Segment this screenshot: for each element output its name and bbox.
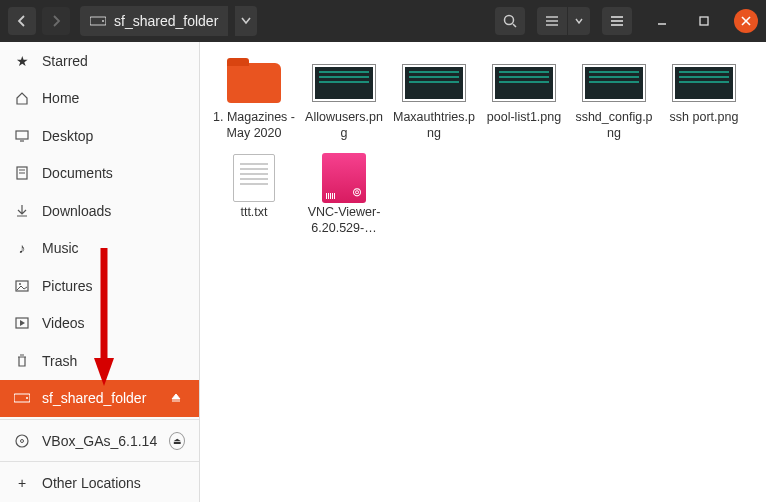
svg-point-1 <box>102 20 104 22</box>
maximize-button[interactable] <box>692 9 716 33</box>
sidebar-item-starred[interactable]: ★Starred <box>0 42 199 80</box>
svg-rect-11 <box>700 17 708 25</box>
sidebar-item-label: Starred <box>42 53 88 69</box>
sidebar-item-label: Home <box>42 90 79 106</box>
documents-icon <box>14 165 30 181</box>
svg-point-25 <box>21 439 24 442</box>
sidebar-item-shared-folder[interactable]: sf_shared_folder <box>0 380 199 418</box>
forward-button[interactable] <box>42 7 70 35</box>
file-item[interactable]: 1. Magazines - May 2020 <box>212 60 296 141</box>
file-item[interactable]: VNC-Viewer-6.20.529-… <box>302 155 386 236</box>
menu-button[interactable] <box>602 7 632 35</box>
back-button[interactable] <box>8 7 36 35</box>
sidebar-item-label: Videos <box>42 315 85 331</box>
svg-rect-14 <box>16 131 28 139</box>
file-item[interactable]: Maxauthtries.png <box>392 60 476 141</box>
sidebar-item-pictures[interactable]: Pictures <box>0 267 199 305</box>
sidebar-item-label: Desktop <box>42 128 93 144</box>
star-icon: ★ <box>14 53 30 69</box>
disc-icon <box>14 433 30 449</box>
file-item[interactable]: Allowusers.png <box>302 60 386 141</box>
path-label: sf_shared_folder <box>114 13 218 29</box>
image-icon <box>583 65 645 101</box>
file-name: ssh port.png <box>670 110 739 126</box>
file-name: ttt.txt <box>240 205 267 221</box>
search-button[interactable] <box>495 7 525 35</box>
file-item[interactable]: pool-list1.png <box>482 60 566 141</box>
sidebar-item-trash[interactable]: Trash <box>0 342 199 380</box>
desktop-icon <box>14 128 30 144</box>
file-name: Maxauthtries.png <box>392 110 476 141</box>
svg-point-20 <box>19 283 21 285</box>
videos-icon <box>14 315 30 331</box>
file-name: sshd_config.png <box>572 110 656 141</box>
path-dropdown[interactable] <box>235 6 257 36</box>
image-icon <box>403 65 465 101</box>
sidebar-item-downloads[interactable]: Downloads <box>0 192 199 230</box>
file-name: 1. Magazines - May 2020 <box>212 110 296 141</box>
sidebar-item-desktop[interactable]: Desktop <box>0 117 199 155</box>
view-dropdown[interactable] <box>568 7 590 35</box>
pictures-icon <box>14 278 30 294</box>
sidebar-item-label: Pictures <box>42 278 93 294</box>
sidebar-item-music[interactable]: ♪Music <box>0 230 199 268</box>
image-icon <box>673 65 735 101</box>
eject-icon[interactable] <box>167 389 185 407</box>
downloads-icon <box>14 203 30 219</box>
sidebar-item-vbox-gas[interactable]: VBox_GAs_6.1.14 ⏏ <box>0 422 199 460</box>
text-file-icon <box>233 154 275 202</box>
file-item[interactable]: ssh port.png <box>662 60 746 141</box>
svg-point-2 <box>505 16 514 25</box>
sidebar-item-label: VBox_GAs_6.1.14 <box>42 433 157 449</box>
minimize-button[interactable] <box>650 9 674 33</box>
file-grid: 1. Magazines - May 2020 Allowusers.png M… <box>200 42 766 502</box>
file-item[interactable]: sshd_config.png <box>572 60 656 141</box>
sidebar-item-label: sf_shared_folder <box>42 390 146 406</box>
sidebar-item-label: Downloads <box>42 203 111 219</box>
sidebar-item-documents[interactable]: Documents <box>0 155 199 193</box>
sidebar-item-label: Other Locations <box>42 475 141 491</box>
file-name: pool-list1.png <box>487 110 561 126</box>
drive-icon <box>90 13 106 29</box>
svg-point-24 <box>16 435 28 447</box>
path-bar[interactable]: sf_shared_folder <box>80 6 228 36</box>
image-icon <box>313 65 375 101</box>
sidebar-item-home[interactable]: Home <box>0 80 199 118</box>
svg-point-23 <box>26 397 28 399</box>
sidebar-item-label: Music <box>42 240 79 256</box>
file-name: Allowusers.png <box>302 110 386 141</box>
trash-icon <box>14 353 30 369</box>
close-button[interactable] <box>734 9 758 33</box>
eject-icon[interactable]: ⏏ <box>169 432 185 450</box>
file-name: VNC-Viewer-6.20.529-… <box>302 205 386 236</box>
home-icon <box>14 90 30 106</box>
deb-package-icon <box>322 153 366 203</box>
image-icon <box>493 65 555 101</box>
plus-icon: + <box>14 475 30 491</box>
drive-icon <box>14 390 30 406</box>
svg-line-3 <box>513 24 516 27</box>
titlebar: sf_shared_folder <box>0 0 766 42</box>
folder-icon <box>227 63 281 103</box>
sidebar-item-label: Trash <box>42 353 77 369</box>
sidebar: ★Starred Home Desktop Documents Download… <box>0 42 200 502</box>
view-list-button[interactable] <box>537 7 567 35</box>
sidebar-item-videos[interactable]: Videos <box>0 305 199 343</box>
file-item[interactable]: ttt.txt <box>212 155 296 236</box>
sidebar-item-other-locations[interactable]: + Other Locations <box>0 464 199 502</box>
sidebar-item-label: Documents <box>42 165 113 181</box>
music-icon: ♪ <box>14 240 30 256</box>
